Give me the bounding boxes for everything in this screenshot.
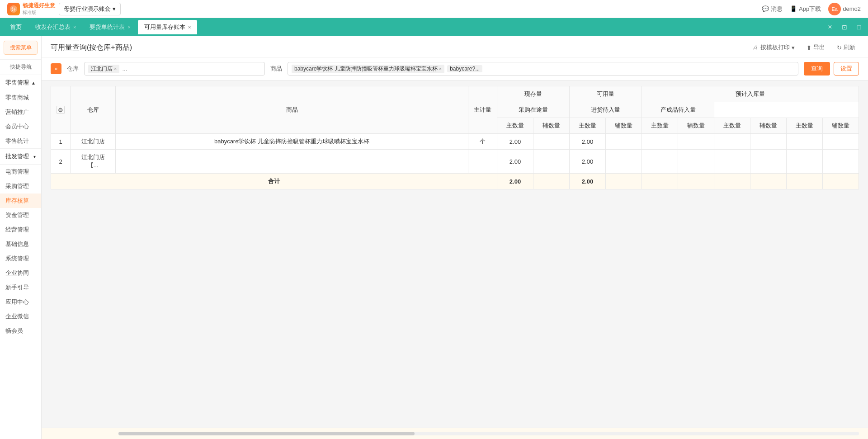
- message-icon: 💬: [762, 5, 769, 12]
- row2-available-aux: [606, 150, 642, 174]
- tab-order-stats-label: 要货单统计表: [90, 23, 125, 31]
- page-title: 可用量查询(按仓库+商品): [51, 43, 132, 52]
- tab-order-stats-close[interactable]: ×: [127, 24, 130, 30]
- th-purchase-transit-main: 主数量: [642, 118, 678, 134]
- sidebar-item-basic-info[interactable]: 基础信息: [0, 237, 41, 251]
- total-inbound-aux: [750, 174, 787, 189]
- row1-purchase-transit-main: [642, 134, 678, 150]
- total-purchase-transit-aux: [678, 174, 714, 189]
- export-btn[interactable]: ⬆ 导出: [803, 42, 829, 53]
- sidebar-item-inventory[interactable]: 库存核算: [0, 194, 41, 208]
- sidebar-group-wholesale-header[interactable]: 批发管理 ▾: [0, 149, 41, 164]
- sidebar-item-app-center[interactable]: 应用中心: [0, 295, 41, 309]
- top-bar-left: 好 畅捷通好生意 标准版 母婴行业演示账套 ▾: [7, 2, 121, 16]
- filter-actions: 查询 设置: [804, 62, 859, 76]
- sidebar-item-purchase[interactable]: 采购管理: [0, 179, 41, 194]
- row1-inbound-main: [714, 134, 750, 150]
- nav-tabs: 首页 收发存汇总表 × 要货单统计表 × 可用量库存账本 × × ⊡ □: [0, 18, 868, 36]
- row1-finished-aux: [823, 134, 859, 150]
- warehouse-ellipsis[interactable]: ...: [122, 66, 127, 72]
- tab-receive-send-label: 收发存汇总表: [35, 23, 71, 31]
- row1-stock-main: 2.00: [497, 134, 533, 150]
- top-bar: 好 畅捷通好生意 标准版 母婴行业演示账套 ▾ 💬 消息 📱 App下载 Ea …: [0, 0, 868, 18]
- sidebar-item-marketing[interactable]: 营销推广: [0, 105, 41, 119]
- th-settings[interactable]: ⚙: [51, 86, 71, 134]
- row2-purchase-transit-aux: [678, 150, 714, 174]
- column-settings-icon[interactable]: ⚙: [57, 106, 65, 114]
- top-bar-right: 💬 消息 📱 App下载 Ea demo2: [762, 3, 861, 15]
- sidebar-item-enterprise-wechat[interactable]: 企业微信: [0, 309, 41, 324]
- th-unit: 主计量: [468, 86, 497, 134]
- product-filter-label: 商品: [270, 65, 282, 73]
- tab-available-stock[interactable]: 可用量库存账本 ×: [138, 20, 197, 34]
- row2-unit: [468, 150, 497, 174]
- sidebar-group-retail-header[interactable]: 零售管理 ▲: [0, 75, 41, 90]
- warehouse-tag-1-remove[interactable]: ×: [114, 66, 117, 71]
- window-maximize-btn[interactable]: □: [854, 22, 864, 33]
- th-stock-main: 主数量: [497, 118, 533, 134]
- total-inbound-main: [714, 174, 750, 189]
- sidebar-item-member[interactable]: 会员中心: [0, 119, 41, 134]
- chevron-down-icon: ▾: [113, 5, 116, 12]
- industry-select-label: 母婴行业演示账套: [64, 5, 111, 13]
- sidebar-item-new-guide[interactable]: 新手引导: [0, 280, 41, 295]
- th-inbound-aux: 辅数量: [750, 118, 787, 134]
- tab-available-stock-label: 可用量库存账本: [144, 23, 185, 31]
- th-available-main: 主数量: [570, 118, 606, 134]
- warehouse-filter-tags[interactable]: 江北门店 × ...: [84, 62, 265, 76]
- sidebar-item-vip-member[interactable]: 畅会员: [0, 324, 41, 338]
- tab-available-stock-close[interactable]: ×: [188, 24, 191, 30]
- tab-home[interactable]: 首页: [4, 20, 28, 34]
- app-download-btn[interactable]: 📱 App下载: [790, 5, 821, 13]
- industry-select[interactable]: 母婴行业演示账套 ▾: [59, 3, 121, 15]
- product-tag-1-remove[interactable]: ×: [439, 66, 442, 71]
- th-available-aux: 辅数量: [606, 118, 642, 134]
- logo-icon: 好: [7, 3, 20, 15]
- refresh-btn[interactable]: ↻ 刷新: [833, 42, 859, 53]
- product-filter-tags[interactable]: babycare学饮杯 儿童防摔防撞吸管杯重力球吸嘴杯宝宝水杯 × babyca…: [288, 62, 798, 76]
- total-purchase-transit-main: [642, 174, 678, 189]
- tab-receive-send[interactable]: 收发存汇总表 ×: [29, 20, 82, 34]
- print-btn[interactable]: 🖨 按模板打印 ▾: [749, 42, 798, 53]
- th-stock: 现存量: [497, 86, 570, 102]
- row2-no: 2: [51, 150, 71, 174]
- table-area: ⚙ 仓库 商品 主计量 现存量 可用量 预计入库量 采购在途量 进货待入量 产成…: [42, 80, 868, 428]
- row2-stock-main: 2.00: [497, 150, 533, 174]
- retail-chevron-icon: ▲: [31, 80, 36, 85]
- row1-available-main: 2.00: [570, 134, 606, 150]
- row1-unit: 个: [468, 134, 497, 150]
- main-layout: 搜索菜单 快捷导航 零售管理 ▲ 零售商城 营销推广 会员中心 零售统计 批发管…: [0, 36, 868, 439]
- total-row: 合计 2.00 2.00: [51, 174, 859, 189]
- row2-stock-aux: [533, 150, 570, 174]
- search-menu-btn[interactable]: 搜索菜单: [4, 41, 38, 55]
- sidebar-item-operations[interactable]: 经营管理: [0, 222, 41, 237]
- sidebar-item-enterprise-collab[interactable]: 企业协同: [0, 266, 41, 280]
- sidebar-group-retail: 零售管理 ▲ 零售商城 营销推广 会员中心 零售统计: [0, 75, 41, 149]
- message-btn[interactable]: 💬 消息: [762, 5, 783, 13]
- query-btn[interactable]: 查询: [804, 62, 830, 76]
- sidebar-item-retail-stats[interactable]: 零售统计: [0, 134, 41, 148]
- product-tag-2: babycare?...: [447, 65, 482, 72]
- row2-product: [116, 150, 468, 174]
- sidebar-item-ecommerce[interactable]: 电商管理: [0, 165, 41, 179]
- sidebar-item-system[interactable]: 系统管理: [0, 251, 41, 266]
- window-restore-btn[interactable]: ⊡: [839, 22, 850, 33]
- sidebar-item-finance[interactable]: 资金管理: [0, 208, 41, 222]
- settings-btn[interactable]: 设置: [834, 62, 859, 76]
- page-actions: 🖨 按模板打印 ▾ ⬆ 导出 ↻ 刷新: [749, 42, 859, 53]
- filter-expand-btn[interactable]: »: [51, 63, 61, 74]
- window-close-btn[interactable]: ×: [825, 22, 835, 33]
- quick-nav-btn[interactable]: 快捷导航: [0, 60, 41, 75]
- th-finished-pending: 产成品待入量: [642, 102, 714, 118]
- print-chevron-icon: ▾: [792, 44, 795, 51]
- sidebar-item-retail-mall[interactable]: 零售商城: [0, 90, 41, 105]
- user-profile[interactable]: Ea demo2: [828, 3, 861, 15]
- total-available-main: 2.00: [570, 174, 606, 189]
- tab-receive-send-close[interactable]: ×: [73, 24, 76, 30]
- tab-order-stats[interactable]: 要货单统计表 ×: [83, 20, 137, 34]
- product-tag-1: babycare学饮杯 儿童防摔防撞吸管杯重力球吸嘴杯宝宝水杯 ×: [292, 65, 444, 73]
- row2-warehouse: 江北门店【...: [71, 150, 116, 174]
- horizontal-scrollbar[interactable]: [118, 432, 859, 435]
- sidebar-group-wholesale: 批发管理 ▾: [0, 149, 41, 165]
- sidebar-search-area: 搜索菜单: [0, 36, 41, 60]
